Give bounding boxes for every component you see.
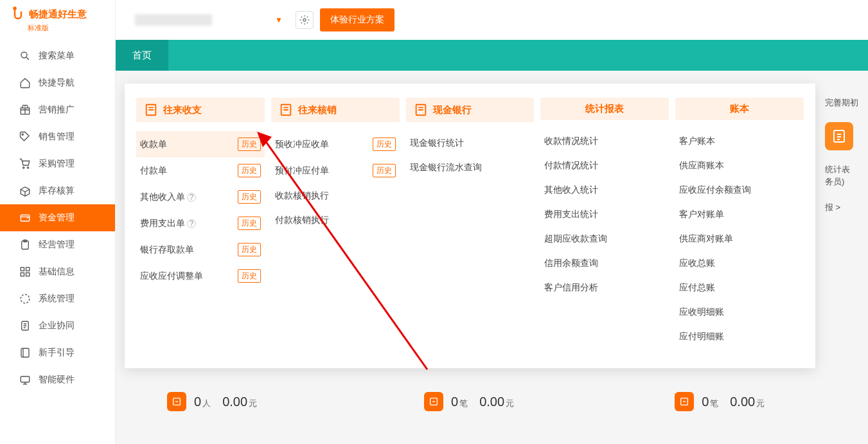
nav-item-5[interactable]: 库存核算 [0,177,115,204]
menu-item-label: 客户信用分析 [544,282,598,294]
tv-icon [19,374,31,386]
box-icon [19,185,31,197]
menu-item-0-0[interactable]: 收款单历史 [136,131,265,157]
industry-plan-button[interactable]: 体验行业方案 [320,8,394,31]
menu-item-1-2[interactable]: 收款核销执行 [271,184,400,208]
menu-item-4-5[interactable]: 应收总账 [675,251,804,276]
nav-item-8[interactable]: 基础信息 [0,258,115,285]
menu-item-4-8[interactable]: 应付明细账 [675,324,804,349]
nav-label: 销售管理 [39,131,75,143]
menu-item-3-1[interactable]: 付款情况统计 [540,154,669,178]
right-link-1[interactable]: 完善期初 [825,96,863,109]
history-tag[interactable]: 历史 [373,164,396,177]
menu-item-1-3[interactable]: 付款核销执行 [271,208,400,233]
column-header: 统计报表 [540,98,669,120]
history-tag[interactable]: 历史 [238,190,261,204]
brand-name: 畅捷通好生意 [29,8,87,21]
org-name-redacted [135,14,212,26]
nav-item-3[interactable]: 销售管理 [0,123,115,150]
menu-item-label: 费用支出单? [140,218,196,229]
settings-button[interactable] [296,11,314,29]
menu-item-3-2[interactable]: 其他收入统计 [540,178,669,202]
help-icon[interactable]: ? [187,219,196,228]
menu-item-4-1[interactable]: 供应商账本 [675,154,804,178]
menu-item-4-2[interactable]: 应收应付余额查询 [675,178,804,202]
history-tag[interactable]: 历史 [238,164,261,177]
column-header: 现金银行 [406,98,535,122]
menu-item-3-4[interactable]: 超期应收款查询 [540,227,669,251]
help-icon[interactable]: ? [187,193,196,202]
menu-item-1-1[interactable]: 预付冲应付单历史 [271,157,400,184]
nav-item-11[interactable]: 新手引导 [0,339,115,366]
tab-home[interactable]: 首页 [116,40,168,71]
chevron-down-icon: ▼ [275,15,283,24]
menu-item-label: 应付总账 [679,282,715,294]
history-tag[interactable]: 历史 [373,138,396,151]
stat-item-1: 0笔0.00元 [424,392,514,411]
menu-item-label: 供应商账本 [679,160,724,172]
svg-rect-9 [21,267,24,271]
org-selector[interactable]: ▼ [128,10,289,30]
tab-bar: 首页 [116,40,868,71]
guide-icon [19,347,31,359]
menu-item-label: 应付明细账 [679,331,724,342]
column-title: 账本 [730,103,749,115]
right-link-2[interactable]: 统计表务员) [825,163,863,188]
menu-item-label: 银行存取款单 [140,244,194,256]
menu-item-label: 付款单 [140,165,167,177]
nav-item-6[interactable]: 资金管理 [0,204,115,231]
menu-item-label: 供应商对账单 [679,233,733,245]
nav-item-12[interactable]: 智能硬件 [0,366,115,393]
right-link-3[interactable]: 报 > [825,201,863,214]
menu-item-3-0[interactable]: 收款情况统计 [540,129,669,154]
svg-rect-15 [21,348,29,357]
nav-label: 基础信息 [39,266,75,278]
svg-rect-12 [26,273,30,276]
cart-icon [19,158,31,170]
menu-item-4-6[interactable]: 应付总账 [675,276,804,300]
stat-icon [167,392,186,411]
svg-point-0 [14,8,16,10]
menu-item-label: 付款核销执行 [275,215,329,226]
menu-item-0-2[interactable]: 其他收入单?历史 [136,184,265,210]
menu-item-2-1[interactable]: 现金银行流水查询 [406,155,535,180]
gear-icon [299,15,310,25]
menu-item-3-3[interactable]: 费用支出统计 [540,202,669,227]
menu-item-4-0[interactable]: 客户账本 [675,129,804,154]
nav-item-7[interactable]: 经营管理 [0,231,115,258]
nav-item-1[interactable]: 快捷导航 [0,69,115,96]
brand-edition: 标准版 [28,23,105,33]
menu-item-3-6[interactable]: 客户信用分析 [540,276,669,300]
stat-icon [424,392,443,411]
menu-item-4-4[interactable]: 供应商对账单 [675,227,804,251]
menu-item-4-3[interactable]: 客户对账单 [675,202,804,227]
nav-item-0[interactable]: 搜索菜单 [0,42,115,69]
circle-icon [19,293,31,305]
menu-item-0-3[interactable]: 费用支出单?历史 [136,210,265,236]
nav-label: 库存核算 [39,185,75,197]
nav-item-4[interactable]: 采购管理 [0,150,115,177]
logo-area: 畅捷通好生意 标准版 [0,0,115,36]
history-tag[interactable]: 历史 [238,269,261,283]
menu-item-label: 客户账本 [679,136,715,147]
menu-item-label: 应收应付余额查询 [679,184,751,196]
stat-values: 0笔0.00元 [702,395,765,409]
menu-item-3-5[interactable]: 信用余额查询 [540,251,669,276]
history-tag[interactable]: 历史 [238,217,261,230]
history-tag[interactable]: 历史 [238,138,261,151]
svg-point-13 [21,294,30,303]
doc-icon [19,320,31,332]
menu-item-2-0[interactable]: 现金银行统计 [406,131,535,155]
menu-item-4-7[interactable]: 应收明细账 [675,300,804,324]
menu-item-0-5[interactable]: 应收应付调整单历史 [136,263,265,289]
history-tag[interactable]: 历史 [238,243,261,256]
menu-item-0-4[interactable]: 银行存取款单历史 [136,236,265,263]
menu-item-0-1[interactable]: 付款单历史 [136,157,265,184]
menu-item-1-0[interactable]: 预收冲应收单历史 [271,131,400,157]
wallet-icon [19,212,31,224]
nav-item-10[interactable]: 企业协同 [0,312,115,339]
column-icon [279,103,293,117]
right-icon-box[interactable] [825,122,863,150]
nav-item-9[interactable]: 系统管理 [0,285,115,312]
nav-item-2[interactable]: 营销推广 [0,96,115,123]
